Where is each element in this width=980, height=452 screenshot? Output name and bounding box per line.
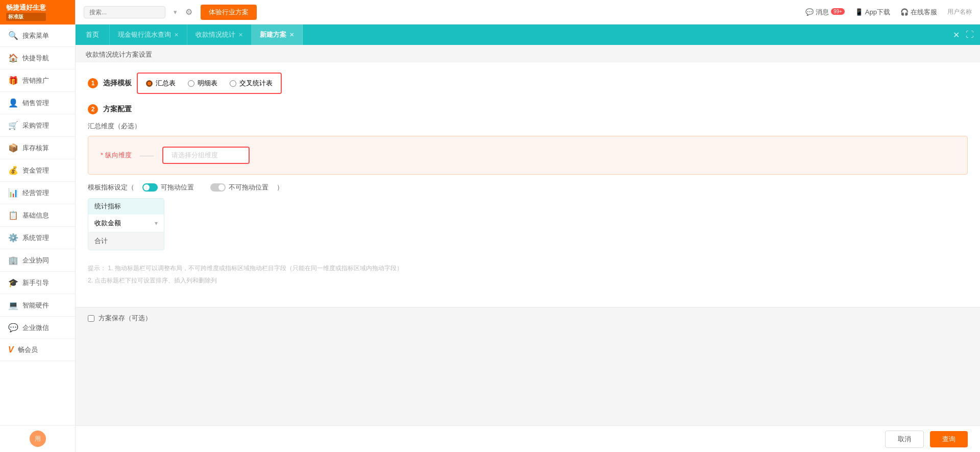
dimension-placeholder[interactable]: 请选择分组维度 <box>162 147 250 164</box>
step2-header: 2 方案配置 <box>88 104 968 114</box>
gear-icon[interactable]: ⚙ <box>185 7 192 17</box>
form-section: 1 选择模板 汇总表 明细表 交叉统计表 <box>76 62 980 307</box>
cancel-button[interactable]: 取消 <box>885 431 924 448</box>
tab-expand-icon[interactable]: ⛶ <box>966 30 974 39</box>
tab-bank-flow[interactable]: 现金银行流水查询 ✕ <box>110 25 187 45</box>
message-badge: 99+ <box>831 8 845 15</box>
save-checkbox[interactable] <box>88 315 94 322</box>
settings-icon: ⚙️ <box>8 233 18 243</box>
sidebar-item-label: 经营管理 <box>22 188 49 198</box>
step1-header: 1 选择模板 汇总表 明细表 交叉统计表 <box>88 73 968 94</box>
metrics-table-header: 统计指标 <box>88 199 164 214</box>
sidebar-item-smart-hw[interactable]: 💻 智能硬件 <box>0 294 75 317</box>
sidebar-item-purchase[interactable]: 🛒 采购管理 <box>0 114 75 137</box>
footer-bar: 取消 查询 <box>76 425 980 452</box>
tab-close-all-icon[interactable]: ✕ <box>953 30 960 40</box>
topbar-right: 💬 消息 99+ 📱 App下载 🎧 在线客服 用户名称 <box>805 8 972 17</box>
sidebar-item-label: 基础信息 <box>22 211 49 220</box>
non-draggable-label: 不可拖动位置 <box>229 183 268 192</box>
home-icon: 🏠 <box>8 53 18 63</box>
query-button[interactable]: 查询 <box>930 431 968 447</box>
sidebar-item-label: 快捷导航 <box>22 54 49 63</box>
tab-close-icon[interactable]: ✕ <box>289 32 294 38</box>
search-menu-icon: 🔍 <box>8 31 18 40</box>
logo-text: 畅捷通好生意 <box>6 4 46 12</box>
sidebar-item-inventory[interactable]: 📦 库存核算 <box>0 137 75 159</box>
toggle-non-draggable[interactable]: 不可拖动位置 <box>210 183 268 192</box>
sidebar-item-marketing[interactable]: 🎁 营销推广 <box>0 69 75 92</box>
search-input[interactable] <box>84 6 165 18</box>
config-section: 汇总维度（必选） * 纵向维度 —— 请选择分组维度 模板指标设定（ <box>88 122 968 287</box>
topbar: ▾ ⚙ 体验行业方案 💬 消息 99+ 📱 App下载 🎧 在线客服 用户名称 <box>76 0 980 25</box>
metrics-toggle: 模板指标设定（ 可拖动位置 不可拖动位置 ） <box>88 183 968 192</box>
guide-icon: 🎓 <box>8 278 18 288</box>
vertical-dimension-label: * 纵向维度 <box>101 151 132 160</box>
message-label: 消息 <box>816 8 829 17</box>
tab-close-icon[interactable]: ✕ <box>238 32 243 38</box>
metrics-chevron-icon[interactable]: ▾ <box>155 220 158 227</box>
non-draggable-toggle[interactable] <box>210 183 226 192</box>
sidebar-item-label: 新手引导 <box>22 278 49 288</box>
sidebar-item-finance[interactable]: 💰 资金管理 <box>0 159 75 182</box>
sidebar-item-label: 企业微信 <box>22 323 49 332</box>
sidebar-item-member[interactable]: V 畅会员 <box>0 339 75 361</box>
tab-home[interactable]: 首页 <box>76 25 110 45</box>
dimension-area: * 纵向维度 —— 请选择分组维度 <box>88 136 968 175</box>
cart-icon: 🛒 <box>8 121 18 130</box>
radio-cross[interactable]: 交叉统计表 <box>230 79 273 88</box>
step1-block: 1 选择模板 汇总表 明细表 交叉统计表 <box>88 73 968 94</box>
sidebar-item-newbie[interactable]: 🎓 新手引导 <box>0 272 75 294</box>
sidebar-item-label: 销售管理 <box>22 99 49 108</box>
service-item[interactable]: 🎧 在线客服 <box>900 8 937 17</box>
content-area: 收款情况统计方案设置 1 选择模板 汇总表 明细表 <box>76 45 980 452</box>
message-item[interactable]: 💬 消息 99+ <box>805 8 845 17</box>
message-icon: 💬 <box>805 8 814 16</box>
toggle-draggable[interactable]: 可拖动位置 <box>142 183 194 192</box>
tab-new-plan-label: 新建方案 <box>260 30 286 39</box>
metrics-close-paren: ） <box>277 183 283 192</box>
dropdown-arrow-icon[interactable]: ▾ <box>174 8 177 16</box>
sidebar-item-system[interactable]: ⚙️ 系统管理 <box>0 227 75 249</box>
metrics-label: 模板指标设定（ <box>88 183 134 192</box>
draggable-label: 可拖动位置 <box>161 183 194 192</box>
money-icon: 💰 <box>8 165 18 175</box>
radio-detail[interactable]: 明细表 <box>188 79 217 88</box>
metrics-table: 统计指标 收款金额 ▾ 合计 <box>88 198 164 250</box>
sidebar-item-quick-nav[interactable]: 🏠 快捷导航 <box>0 47 75 69</box>
tip-2: 2. 点击标题栏下拉可设置排序、插入列和删除列 <box>88 274 968 287</box>
tip-1: 提示： 1. 拖动标题栏可以调整布局，不可跨维度或指标区域拖动栏目字段（只能在同… <box>88 262 968 274</box>
draggable-toggle[interactable] <box>142 183 158 192</box>
service-icon: 🎧 <box>900 8 909 16</box>
metrics-item-label: 收款金额 <box>94 219 121 228</box>
gift-icon: 🎁 <box>8 76 18 85</box>
sidebar-item-basic-info[interactable]: 📋 基础信息 <box>0 204 75 227</box>
radio-detail-input[interactable] <box>188 80 194 87</box>
user-avatar[interactable]: 用 <box>30 431 46 447</box>
tab-bank-flow-label: 现金银行流水查询 <box>118 30 171 39</box>
radio-detail-label: 明细表 <box>198 79 217 88</box>
radio-summary-input[interactable] <box>146 80 153 87</box>
sidebar-item-sales[interactable]: 👤 销售管理 <box>0 92 75 114</box>
member-icon: V <box>8 345 14 354</box>
radio-cross-input[interactable] <box>230 80 236 87</box>
tab-close-icon[interactable]: ✕ <box>174 32 179 38</box>
radio-summary[interactable]: 汇总表 <box>146 79 176 88</box>
metrics-table-cell[interactable]: 收款金额 ▾ <box>88 214 164 232</box>
trial-button[interactable]: 体验行业方案 <box>201 5 257 20</box>
step2-number: 2 <box>88 104 98 114</box>
sidebar-item-operations[interactable]: 📊 经营管理 <box>0 182 75 204</box>
radio-cross-label: 交叉统计表 <box>239 79 273 88</box>
sidebar-item-label: 库存核算 <box>22 144 49 153</box>
step2-title: 方案配置 <box>103 105 132 114</box>
tab-collection-stats[interactable]: 收款情况统计 ✕ <box>187 25 252 45</box>
sidebar-item-wechat[interactable]: 💬 企业微信 <box>0 317 75 339</box>
sidebar-item-search-menu[interactable]: 🔍 搜索菜单 <box>0 25 75 47</box>
tab-collection-stats-label: 收款情况统计 <box>195 30 235 39</box>
step1-number: 1 <box>88 78 98 88</box>
download-item[interactable]: 📱 App下载 <box>855 8 890 17</box>
sidebar-item-enterprise[interactable]: 🏢 企业协同 <box>0 249 75 272</box>
tab-new-plan[interactable]: 新建方案 ✕ <box>252 25 303 45</box>
sidebar-item-label: 智能硬件 <box>22 301 49 310</box>
download-label: App下载 <box>865 8 890 17</box>
tabbar-actions: ✕ ⛶ <box>953 30 980 40</box>
